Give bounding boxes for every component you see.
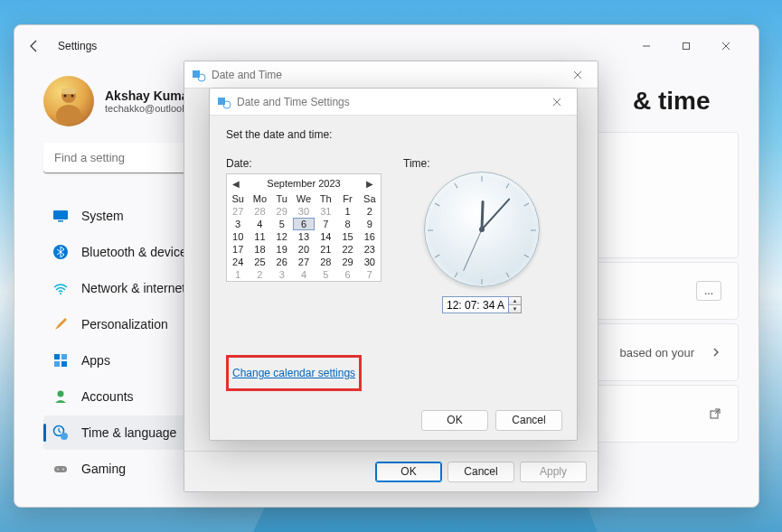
calendar-day[interactable]: 28 — [249, 205, 270, 218]
calendar-day[interactable]: 11 — [249, 230, 270, 243]
page-title: & time — [633, 87, 739, 116]
change-calendar-settings-link[interactable]: Change calendar settings — [232, 367, 355, 379]
back-button[interactable] — [27, 39, 42, 53]
date-time-icon — [217, 95, 231, 109]
calendar-day[interactable]: 25 — [249, 256, 270, 268]
close-icon[interactable] — [544, 93, 570, 111]
calendar-day[interactable]: 13 — [293, 230, 315, 243]
dialog-title: Date and Time Settings — [237, 96, 350, 108]
calendar-day[interactable]: 29 — [271, 205, 293, 218]
nav-label: Bluetooth & devices — [81, 245, 193, 259]
calendar-day[interactable]: 23 — [359, 243, 381, 256]
svg-rect-1 — [683, 43, 690, 50]
calendar-day[interactable]: 26 — [271, 256, 293, 268]
next-month-button[interactable]: ▶ — [366, 179, 375, 189]
time-spinner[interactable]: ▲ ▼ — [509, 296, 522, 313]
svg-point-17 — [61, 433, 68, 440]
analog-clock — [424, 172, 540, 287]
minimize-button[interactable] — [627, 33, 666, 60]
calendar-day[interactable]: 22 — [336, 243, 358, 256]
svg-rect-11 — [54, 354, 60, 359]
calendar-day[interactable]: 7 — [315, 218, 336, 230]
chevron-right-icon — [711, 347, 721, 358]
prev-month-button[interactable]: ◀ — [232, 179, 241, 189]
spinner-down[interactable]: ▼ — [509, 305, 521, 313]
system-icon — [52, 208, 69, 224]
calendar-dow: Sa — [359, 192, 381, 205]
svg-rect-22 — [193, 70, 200, 78]
svg-point-20 — [62, 469, 64, 471]
spinner-up[interactable]: ▲ — [509, 297, 521, 305]
svg-point-10 — [60, 293, 61, 294]
calendar-day[interactable]: 1 — [336, 205, 358, 218]
svg-rect-7 — [53, 210, 68, 219]
calendar-day[interactable]: 20 — [293, 243, 315, 256]
calendar-day[interactable]: 30 — [359, 256, 381, 268]
calendar-dow: Mo — [249, 192, 270, 205]
close-button[interactable] — [706, 33, 746, 60]
calendar-day[interactable]: 27 — [227, 205, 249, 218]
svg-rect-18 — [54, 466, 67, 472]
time-input[interactable] — [442, 296, 509, 313]
calendar-day[interactable]: 10 — [227, 230, 249, 243]
calendar-day[interactable]: 5 — [271, 218, 293, 230]
ok-button[interactable]: OK — [375, 462, 442, 482]
settings-title: Settings — [58, 40, 97, 52]
user-name: Akshay Kumar — [105, 89, 194, 103]
calendar-day[interactable]: 2 — [359, 205, 381, 218]
cancel-button[interactable]: Cancel — [495, 410, 562, 431]
calendar-dow: Tu — [271, 192, 293, 205]
close-icon[interactable] — [565, 66, 590, 84]
calendar-day[interactable]: 15 — [336, 230, 358, 243]
calendar-day[interactable]: 5 — [315, 268, 336, 281]
maximize-button[interactable] — [666, 33, 706, 60]
calendar-day[interactable]: 6 — [293, 218, 315, 230]
nav-label: System — [81, 209, 124, 223]
calendar-day[interactable]: 2 — [249, 268, 270, 281]
svg-point-19 — [57, 469, 59, 471]
calendar-day[interactable]: 14 — [315, 230, 336, 243]
calendar-day[interactable]: 4 — [293, 268, 315, 281]
svg-point-3 — [56, 105, 81, 123]
calendar-month-title: September 2023 — [267, 178, 340, 189]
cancel-button[interactable]: Cancel — [448, 462, 514, 482]
calendar-day[interactable]: 4 — [249, 218, 270, 230]
calendar-day[interactable]: 9 — [359, 218, 381, 230]
calendar-day[interactable]: 31 — [315, 205, 336, 218]
svg-rect-12 — [61, 354, 67, 359]
svg-rect-13 — [54, 361, 60, 367]
avatar — [43, 76, 94, 126]
dialog-footer: OK Cancel Apply — [184, 451, 598, 491]
calendar: ◀ September 2023 ▶ SuMoTuWeThFrSa2728293… — [226, 173, 382, 282]
calendar-day[interactable]: 1 — [227, 268, 249, 281]
minute-hand — [481, 198, 510, 230]
gamepad-icon — [52, 461, 69, 477]
calendar-day[interactable]: 29 — [336, 256, 358, 268]
calendar-day[interactable]: 24 — [227, 256, 249, 268]
calendar-day[interactable]: 18 — [249, 243, 270, 256]
time-label: Time: — [403, 157, 430, 170]
dialog-title: Date and Time — [212, 69, 282, 81]
calendar-day[interactable]: 27 — [293, 256, 315, 268]
calendar-day[interactable]: 28 — [315, 256, 336, 268]
calendar-day[interactable]: 30 — [293, 205, 315, 218]
calendar-day[interactable]: 7 — [359, 268, 381, 281]
calendar-day[interactable]: 17 — [227, 243, 249, 256]
nav-label: Apps — [81, 353, 110, 368]
calendar-day[interactable]: 3 — [227, 218, 249, 230]
calendar-day[interactable]: 19 — [271, 243, 293, 256]
calendar-day[interactable]: 6 — [336, 268, 358, 281]
calendar-day[interactable]: 16 — [359, 230, 381, 243]
nav-label: Time & language — [81, 425, 176, 440]
calendar-day[interactable]: 3 — [271, 268, 293, 281]
svg-point-5 — [64, 95, 67, 98]
card-text: based on your — [620, 346, 694, 359]
svg-rect-4 — [61, 89, 76, 94]
clock-globe-icon — [52, 425, 69, 441]
calendar-day[interactable]: 12 — [271, 230, 293, 243]
calendar-day[interactable]: 8 — [336, 218, 358, 230]
calendar-day[interactable]: 21 — [315, 243, 336, 256]
ok-button[interactable]: OK — [421, 410, 488, 431]
apply-button[interactable]: Apply — [520, 462, 587, 482]
dialog-titlebar: Date and Time Settings — [210, 89, 577, 116]
